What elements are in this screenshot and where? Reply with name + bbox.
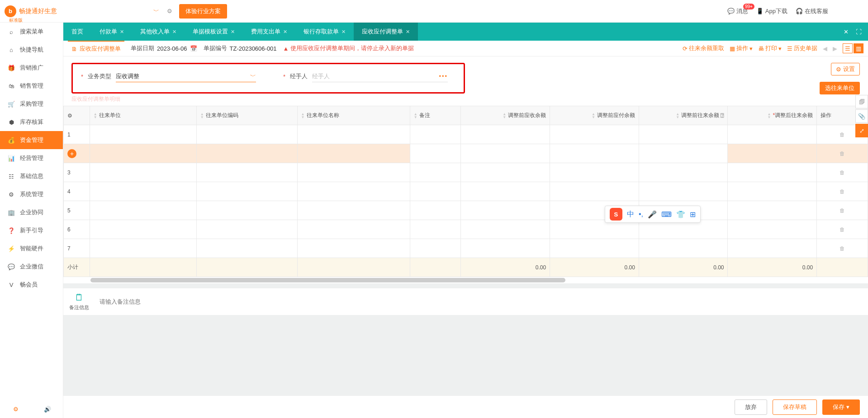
col-recv[interactable]: ▲▼调整前应收余额 [461,106,550,125]
sidebar-item-report[interactable]: 📊经营管理 [0,149,63,167]
cell-unit[interactable] [90,163,196,182]
delete-row-icon[interactable]: 🗑 [840,150,845,157]
cell-recv[interactable] [461,144,550,163]
cell-unit[interactable] [90,125,196,144]
table-row[interactable]: 3🗑 [64,163,868,182]
sidebar-sound-button[interactable]: 🔊 [32,400,63,418]
col-name[interactable]: ▲▼往来单位名称 [297,106,410,125]
ime-widget[interactable]: S 中 •, 🎤 ⌨ 👕 ⊞ [605,206,701,223]
app-download-link[interactable]: 📱 App下载 [756,7,787,15]
tab-2[interactable]: 其他收入单✕ [132,23,185,41]
delete-row-icon[interactable]: 🗑 [840,169,845,176]
horizontal-scrollbar[interactable] [63,277,868,283]
save-button[interactable]: 保存▾ [822,399,860,415]
table-row[interactable]: 4🗑 [64,182,868,201]
rail-note-button[interactable]: 🗐 [855,95,868,108]
cell-code[interactable] [196,239,297,258]
cell-before[interactable] [639,182,728,201]
cell-recv[interactable] [461,220,550,239]
cell-name[interactable] [297,239,410,258]
try-industry-button[interactable]: 体验行业方案 [179,4,227,19]
ime-skin-icon[interactable]: 👕 [676,210,685,219]
rail-expand-button[interactable]: ⤢ [855,124,868,137]
sidebar-item-org[interactable]: 🏢企业协同 [0,203,63,221]
cell-code[interactable] [196,182,297,201]
operate-menu[interactable]: ▦操作▾ [730,44,753,52]
save-draft-button[interactable]: 保存草稿 [773,399,817,415]
sidebar-item-wallet[interactable]: 💰资金管理 [0,131,63,149]
handler-picker-icon[interactable]: ••• [439,73,448,80]
cell-unit[interactable] [90,144,196,163]
cell-before[interactable] [639,125,728,144]
sidebar-item-box[interactable]: ⬢库存核算 [0,113,63,131]
cell-recv[interactable] [461,163,550,182]
ime-toolbox-icon[interactable]: ⊞ [690,210,696,219]
reset-balance-button[interactable]: ⟳往来余额重取 [683,44,724,52]
messages-link[interactable]: 💬 消息 99+ [727,7,748,15]
cell-after[interactable] [728,201,817,220]
cell-pay[interactable] [550,239,639,258]
table-row[interactable]: 6🗑 [64,220,868,239]
print-menu[interactable]: 🖶打印▾ [758,44,782,52]
cell-recv[interactable] [461,182,550,201]
cell-note[interactable] [410,239,461,258]
cell-after[interactable] [728,125,817,144]
cell-unit[interactable] [90,182,196,201]
prev-button[interactable]: ◀ [823,45,827,52]
cell-recv[interactable] [461,125,550,144]
cell-name[interactable] [297,201,410,220]
sidebar-collapse-button[interactable]: ⚙ [0,400,32,418]
sidebar-item-guide[interactable]: ❓新手引导 [0,221,63,240]
delete-row-icon[interactable]: 🗑 [840,226,845,233]
cell-code[interactable] [196,125,297,144]
delete-row-icon[interactable]: 🗑 [840,132,845,138]
tab-close-icon[interactable]: ✕ [172,29,176,35]
col-unit[interactable]: ▲▼往来单位 [90,106,196,125]
ime-mic-icon[interactable]: 🎤 [648,210,657,219]
cell-note[interactable] [410,201,461,220]
sidebar-item-home[interactable]: ⌂快捷导航 [0,41,63,59]
next-button[interactable]: ▶ [833,45,837,52]
cell-pay[interactable] [550,144,639,163]
cell-pay[interactable] [550,125,639,144]
remark-input[interactable] [95,298,868,305]
cell-unit[interactable] [90,239,196,258]
col-code[interactable]: ▲▼往来单位编码 [196,106,297,125]
cell-unit[interactable] [90,220,196,239]
sidebar-item-bag[interactable]: 🛍销售管理 [0,77,63,95]
tab-0[interactable]: 首页 [63,23,91,41]
tab-close-icon[interactable]: ✕ [283,29,287,35]
business-type-select[interactable]: 应收调整 ﹀ [116,70,256,82]
tab-1[interactable]: 付款单✕ [91,23,132,41]
tab-close-button[interactable]: ✕ [842,27,850,37]
form-settings-button[interactable]: ⚙设置 [831,63,860,75]
org-selector[interactable]: ﹀ [68,5,163,18]
tab-close-icon[interactable]: ✕ [342,29,346,35]
cell-unit[interactable] [90,201,196,220]
cell-after[interactable] [728,182,817,201]
delete-row-icon[interactable]: 🗑 [840,188,845,195]
cell-note[interactable] [410,163,461,182]
tab-5[interactable]: 银行存取款单✕ [295,23,354,41]
cell-name[interactable] [297,125,410,144]
sidebar-item-search[interactable]: ⌕搜索菜单 [0,23,63,41]
table-row[interactable]: 1🗑 [64,125,868,144]
sidebar-item-gift[interactable]: 🎁营销推广 [0,59,63,77]
delete-row-icon[interactable]: 🗑 [840,245,845,252]
cell-code[interactable] [196,220,297,239]
col-pay[interactable]: ▲▼调整前应付余额 [550,106,639,125]
document-tab[interactable]: 🗎 应收应付调整单 [68,41,124,56]
select-unit-button[interactable]: 选往来单位 [820,82,860,94]
sidebar-item-wx[interactable]: 💬企业微信 [0,258,63,276]
cell-after[interactable] [728,163,817,182]
cell-code[interactable] [196,144,297,163]
sidebar-item-vip[interactable]: V畅会员 [0,276,63,294]
sidebar-item-cart[interactable]: 🛒采购管理 [0,95,63,113]
cell-after[interactable] [728,144,817,163]
settings-icon[interactable]: ⚙ [163,5,176,18]
cell-note[interactable] [410,125,461,144]
col-before[interactable]: ▲▼调整前往来余额 ⍰ [639,106,728,125]
table-row[interactable]: +🗑 [64,144,868,163]
col-note[interactable]: ▲▼备注 [410,106,461,125]
cell-pay[interactable] [550,163,639,182]
